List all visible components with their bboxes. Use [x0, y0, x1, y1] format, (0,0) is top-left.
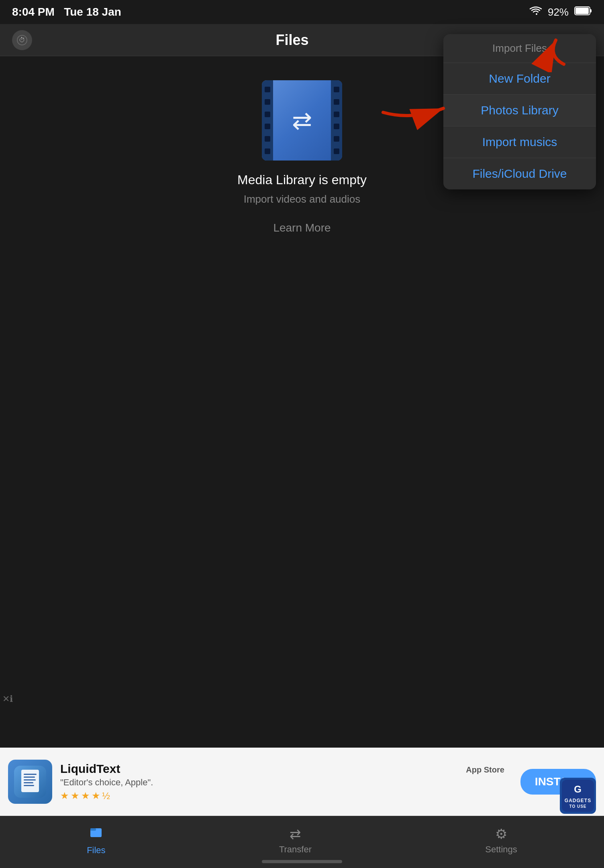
- svg-text:GADGETS: GADGETS: [565, 798, 591, 803]
- arrow-top-right: [508, 32, 572, 72]
- svg-rect-13: [24, 785, 34, 786]
- status-bar: 8:04 PM Tue 18 Jan 92%: [0, 0, 604, 24]
- battery-text: 92%: [548, 6, 569, 18]
- ad-banner: ✕ℹ LiquidText App Store "Editor's choice…: [0, 748, 604, 816]
- star-2: ★: [71, 790, 80, 801]
- files-tab-label: Files: [87, 845, 105, 856]
- media-library-icon: ⇄: [262, 80, 342, 161]
- svg-text:TO USE: TO USE: [569, 804, 586, 809]
- status-indicators: 92%: [529, 5, 592, 19]
- svg-text:G: G: [574, 784, 582, 795]
- svg-rect-11: [24, 779, 36, 781]
- settings-tab-icon: ⚙: [495, 826, 507, 842]
- svg-rect-12: [24, 782, 33, 783]
- dropdown-item-files-icloud[interactable]: Files/iCloud Drive: [443, 158, 596, 189]
- arrow-photos-library: [379, 88, 451, 136]
- ad-app-name: LiquidText: [60, 762, 120, 776]
- watermark: G GADGETS TO USE: [560, 778, 596, 814]
- svg-rect-2: [575, 8, 589, 14]
- learn-more-link[interactable]: Learn More: [273, 222, 331, 234]
- battery-icon: [574, 6, 592, 18]
- ad-tagline: "Editor's choice, Apple".: [60, 777, 512, 788]
- page-title: Files: [275, 32, 308, 49]
- film-strip-right: [331, 80, 342, 161]
- empty-state-subtitle: Import videos and audios: [244, 193, 361, 205]
- home-indicator: [262, 860, 342, 863]
- star-4: ★: [92, 790, 100, 801]
- dropdown-item-photos-library[interactable]: Photos Library: [443, 95, 596, 126]
- tab-settings[interactable]: ⚙ Settings: [485, 826, 517, 855]
- empty-state-title: Media Library is empty: [237, 173, 367, 187]
- transfer-tab-icon: ⇄: [290, 826, 301, 842]
- status-time-date: 8:04 PM Tue 18 Jan: [12, 6, 121, 18]
- ad-app-icon: [8, 760, 52, 804]
- svg-rect-15: [90, 828, 96, 831]
- svg-rect-1: [590, 9, 592, 12]
- wifi-icon: [529, 5, 542, 19]
- svg-text:⏱: ⏱: [19, 37, 25, 43]
- arrows-icon: ⇄: [292, 106, 312, 134]
- files-tab-icon: [89, 825, 103, 843]
- star-1: ★: [60, 790, 69, 801]
- ad-rating: ★ ★ ★ ★ ½: [60, 790, 512, 801]
- svg-rect-8: [21, 770, 39, 792]
- nav-back-icon[interactable]: ⏱: [12, 30, 32, 50]
- tab-transfer[interactable]: ⇄ Transfer: [279, 826, 312, 855]
- svg-rect-9: [24, 774, 37, 775]
- star-3: ★: [81, 790, 90, 801]
- ad-app-info: LiquidText App Store "Editor's choice, A…: [60, 762, 512, 801]
- svg-rect-10: [24, 777, 35, 778]
- tab-files[interactable]: Files: [87, 825, 105, 856]
- transfer-tab-label: Transfer: [279, 844, 312, 855]
- star-half: ½: [102, 790, 110, 801]
- film-strip-left: [262, 80, 273, 161]
- app-store-label: App Store: [466, 765, 504, 774]
- settings-tab-label: Settings: [485, 844, 517, 855]
- ad-close-button[interactable]: ✕ℹ: [2, 694, 13, 704]
- dropdown-item-import-musics[interactable]: Import musics: [443, 126, 596, 158]
